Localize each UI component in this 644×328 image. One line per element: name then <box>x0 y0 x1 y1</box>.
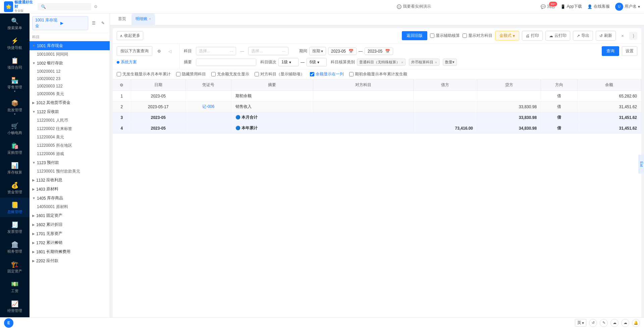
show-aux-input[interactable] <box>430 34 434 38</box>
option-no-balance-input[interactable] <box>117 72 121 76</box>
subject-1123[interactable]: ▼ 1123 预付款 <box>30 158 110 167</box>
query-settings-icon[interactable]: ⚙ <box>155 47 163 55</box>
subject-1601[interactable]: ▶ 1601 固定资产 <box>30 211 110 220</box>
sidebar-item-operations[interactable]: 📈 经营管理 <box>0 296 30 316</box>
date-to-input[interactable]: 2023-05 📅 <box>365 48 393 55</box>
show-opposite-input[interactable] <box>463 34 467 38</box>
subject-1405[interactable]: ▼ 1405 库存商品 <box>30 194 110 203</box>
summary-input[interactable] <box>196 59 256 66</box>
subject-1801[interactable]: ▶ 1801 长期待摊费用 <box>30 247 110 256</box>
search-input[interactable] <box>46 4 83 9</box>
language-button[interactable]: 英 ▾ <box>575 319 586 327</box>
sidebar-item-fixed-assets[interactable]: 🏗️ 固定资产 <box>0 257 30 276</box>
return-old-button[interactable]: 返回旧版 <box>402 31 427 40</box>
subject-to-select[interactable]: 选择... ··· <box>248 47 288 55</box>
export-button[interactable]: ↗ 导出 <box>573 31 593 41</box>
subject-1001[interactable]: ▼ 1001 库存现金 <box>30 41 110 50</box>
subject-1122[interactable]: ▼ 1122 应收款 <box>30 107 110 116</box>
subject-1701[interactable]: ▶ 1701 无形资产 <box>30 229 110 238</box>
subject-2202[interactable]: ▶ 2202 应付款 <box>30 256 110 265</box>
demo-button[interactable]: ○ 我要看实例演示 <box>397 4 431 9</box>
subject-11220006[interactable]: 11220006 游戏 <box>30 150 110 158</box>
close-button[interactable]: × <box>619 32 627 40</box>
subject-11230001[interactable]: 11230001 预付款款美元 <box>30 167 110 176</box>
sidebar-item-purchase[interactable]: 🛍️ 采购管理 <box>0 138 30 158</box>
sidebar-item-salary[interactable]: 💵 工资 <box>0 276 30 296</box>
refresh-button[interactable]: ↺ 刷新 <box>596 31 616 41</box>
option-opposite-input[interactable] <box>255 72 259 76</box>
subject-10010001[interactable]: 10010001 同同同 <box>30 50 110 59</box>
subject-11220005[interactable]: 11220005 所在地区 <box>30 141 110 150</box>
option-opposite-subject[interactable]: 对方科目（显示辅助项） <box>255 71 305 77</box>
subject-10020003[interactable]: 10020003 122 <box>30 82 110 90</box>
show-aux-checkbox[interactable]: 显示辅助核算 <box>430 33 460 39</box>
cloud-upload-icon[interactable]: ☁ <box>621 319 629 327</box>
subject-11220002[interactable]: 11220002 往来标签 <box>30 125 110 133</box>
sidebar-item-search-menu[interactable]: 🔍 搜索菜单 <box>0 13 30 33</box>
tab-home[interactable]: 首页 <box>114 13 130 25</box>
bottom-e-button[interactable]: E <box>4 318 13 328</box>
subject-10020002[interactable]: 10020002 23 <box>30 75 110 82</box>
option-balance-one-col-input[interactable] <box>310 72 314 76</box>
tag-normal-close-icon[interactable]: × <box>401 60 403 64</box>
sidebar-item-ledger[interactable]: 📒 总账管理 <box>0 197 30 217</box>
subject-1012[interactable]: ▶ 1012 其他货币资金 <box>30 98 110 107</box>
option-show-ytd-input[interactable] <box>349 72 354 76</box>
sidebar-item-ecommerce[interactable]: 🛒 小畅电商 <box>0 118 30 138</box>
subject-1702[interactable]: ▶ 1702 累计摊销 <box>30 238 110 247</box>
setting-button[interactable]: 设置 <box>622 46 637 56</box>
expand-more-button[interactable]: ∧ 收起更多 <box>117 31 143 40</box>
period-type-button[interactable]: 按期 ▾ <box>309 47 326 55</box>
level-from-select[interactable]: 1级 ▾ <box>278 58 299 66</box>
tag-foreign-close-icon[interactable]: × <box>435 60 437 64</box>
subject-10020006[interactable]: 10020006 美元 <box>30 90 110 98</box>
subject-1403[interactable]: ▶ 1403 原材料 <box>30 185 110 194</box>
edit-subject-icon[interactable]: ✎ <box>99 19 107 27</box>
list-view-icon[interactable]: ☰ <box>90 19 98 27</box>
user-menu-button[interactable]: U 用户名 ▾ <box>615 3 640 11</box>
subject-11220001[interactable]: 11220001 人民币 <box>30 116 110 125</box>
subject-10020001[interactable]: 10020001 12 <box>30 68 110 75</box>
subjects-list[interactable]: ▼ 1001 库存现金 10010001 同同同 ▼ 1002 银行存款 100… <box>30 41 110 322</box>
query-collapse-icon[interactable]: ◁ <box>166 47 174 55</box>
show-opposite-checkbox[interactable]: 显示对方科目 <box>463 33 492 39</box>
option-show-ytd[interactable]: 期初余额显示本年累计发生额 <box>349 71 407 77</box>
right-side-expand-tab[interactable]: Eat <box>639 154 644 174</box>
top-search-bar[interactable]: 🔍 <box>38 3 91 10</box>
sidebar-item-quick-nav[interactable]: ⚡ 快捷导航 <box>0 33 30 53</box>
sidebar-item-inventory[interactable]: 📊 库存核算 <box>0 158 30 178</box>
edit-bottom-icon[interactable]: ✎ <box>600 319 608 327</box>
option-no-balance-show[interactable]: 无发生额显示本月本年累计 <box>117 71 171 77</box>
sidebar-item-retail[interactable]: 🏪 零售管理 ▾ <box>0 73 30 95</box>
gold-mode-button[interactable]: 金额式 ▾ <box>495 31 519 41</box>
search-settings-icon[interactable]: ⚙ <box>94 4 98 9</box>
sidebar-item-invoice[interactable]: 🧾 发票管理 <box>0 217 30 237</box>
sidebar-item-wholesale[interactable]: 📦 批发管理 ▾ <box>0 95 30 118</box>
subject-selector[interactable]: 1001 库存现金 ▶ <box>32 16 88 30</box>
subject-11220004[interactable]: 11220004 美元 <box>30 133 110 141</box>
option-no-balance-no-show-input[interactable] <box>211 72 216 76</box>
option-hide-disabled[interactable]: 隐藏禁用科目 <box>176 71 206 77</box>
print-button[interactable]: 🖨 打印 <box>522 31 543 41</box>
online-service-button[interactable]: 👤 在线客服 <box>587 4 610 9</box>
sidebar-item-project-contract[interactable]: 📋 项目合同 <box>0 53 30 73</box>
query-scheme-button[interactable]: 按以下方案查询 <box>117 46 152 56</box>
expand-arrow-button[interactable]: ⟩ <box>629 32 637 40</box>
tab-detail[interactable]: 明细账 × <box>131 13 155 25</box>
option-hide-disabled-input[interactable] <box>176 72 180 76</box>
level-to-select[interactable]: 6级 ▾ <box>307 58 327 66</box>
subject-1132[interactable]: ▶ 1132 应收利息 <box>30 176 110 185</box>
date-from-input[interactable]: 2023-05 📅 <box>328 48 357 55</box>
sidebar-item-finance[interactable]: 💰 资金管理 <box>0 178 30 197</box>
voucher-link[interactable]: 记-006 <box>202 104 214 109</box>
app-download-button[interactable]: 📱 App下载 <box>560 4 582 9</box>
subject-14050001[interactable]: 14050001 原材料 <box>30 203 110 211</box>
query-button[interactable]: 查询 <box>602 46 619 56</box>
option-no-balance-no-show[interactable]: 无余额无发生显示 <box>211 71 249 77</box>
notification-icon[interactable]: 🔔 <box>632 319 640 327</box>
subject-1002[interactable]: ▼ 1002 银行存款 <box>30 59 110 68</box>
system-scheme-button[interactable]: 系统方案 <box>117 58 175 66</box>
subject-1602[interactable]: ▶ 1602 累计折旧 <box>30 220 110 229</box>
subject-from-select[interactable]: 选择... ··· <box>196 47 236 55</box>
refresh-bottom-icon[interactable]: ↺ <box>589 319 597 327</box>
